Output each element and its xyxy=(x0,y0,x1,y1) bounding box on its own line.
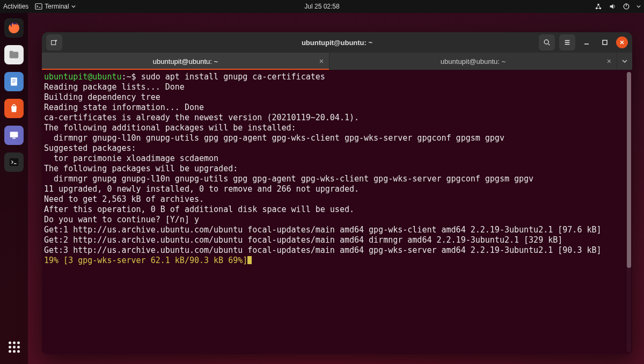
download-progress: 19% [3 gpg-wks-server 62.1 kB/90.3 kB 69… xyxy=(44,256,247,265)
minimize-icon xyxy=(583,39,590,46)
window-titlebar: ubuntupit@ubuntu: ~ xyxy=(42,32,632,53)
dock-settings[interactable] xyxy=(4,126,24,145)
term-line: The following additional packages will b… xyxy=(44,123,296,133)
shopping-bag-icon xyxy=(9,103,19,114)
gnome-topbar: Activities Terminal Jul 25 02:58 xyxy=(0,0,644,13)
tab-label: ubuntupit@ubuntu: ~ xyxy=(153,57,218,65)
scrollbar-thumb[interactable] xyxy=(627,72,631,268)
svg-line-16 xyxy=(548,44,550,46)
term-line: dirmngr gnupg gnupg-l10n gnupg-utils gpg… xyxy=(44,174,533,184)
svg-rect-18 xyxy=(603,40,607,45)
prompt-sep: $ xyxy=(131,72,141,82)
svg-rect-12 xyxy=(12,138,16,139)
terminal-tab-2[interactable]: ubuntupit@ubuntu: ~ × xyxy=(330,53,617,70)
tab-close-button[interactable]: × xyxy=(319,57,324,65)
svg-point-15 xyxy=(544,40,548,44)
maximize-icon xyxy=(602,39,608,46)
svg-rect-0 xyxy=(35,4,42,10)
svg-rect-14 xyxy=(52,41,56,45)
window-title: ubuntupit@ubuntu: ~ xyxy=(302,39,372,47)
close-icon xyxy=(619,40,625,45)
new-tab-button[interactable] xyxy=(46,34,62,50)
prompt-command: sudo apt install gnupg ca-certificates xyxy=(141,72,325,82)
dock-files[interactable] xyxy=(4,45,24,64)
power-icon[interactable] xyxy=(623,3,630,10)
search-icon xyxy=(543,39,551,46)
dock-firefox[interactable] xyxy=(4,18,24,38)
term-line: Get:2 http://us.archive.ubuntu.com/ubunt… xyxy=(44,235,562,245)
hamburger-menu-button[interactable] xyxy=(559,34,575,50)
terminal-icon xyxy=(35,3,42,10)
minimize-button[interactable] xyxy=(580,34,594,50)
grid-icon xyxy=(9,341,20,353)
terminal-icon xyxy=(8,156,20,168)
chevron-down-icon[interactable] xyxy=(636,4,641,9)
term-line: Reading package lists... Done xyxy=(44,82,185,92)
display-icon xyxy=(8,129,20,141)
term-line: Do you want to continue? [Y/n] y xyxy=(44,215,199,224)
prompt-userhost: ubuntupit@ubuntu xyxy=(44,72,122,82)
activities-button[interactable]: Activities xyxy=(3,3,28,10)
term-line: tor parcimonie xloadimage scdaemon xyxy=(44,154,218,163)
dock xyxy=(0,13,28,364)
terminal-scrollbar[interactable] xyxy=(627,72,631,352)
clock[interactable]: Jul 25 02:58 xyxy=(304,3,339,10)
folder-icon xyxy=(8,49,20,61)
dock-terminal[interactable] xyxy=(4,152,24,172)
term-line: ca-certificates is already the newest ve… xyxy=(44,113,359,122)
term-line: Building dependency tree xyxy=(44,92,160,102)
term-line: Get:1 http://us.archive.ubuntu.com/ubunt… xyxy=(44,225,602,235)
document-icon xyxy=(9,76,19,87)
term-line: The following packages will be upgraded: xyxy=(44,164,238,173)
app-menu[interactable]: Terminal xyxy=(35,3,75,10)
svg-rect-13 xyxy=(10,158,19,166)
term-line: 11 upgraded, 0 newly installed, 0 to rem… xyxy=(44,184,359,194)
hamburger-icon xyxy=(564,39,571,46)
prompt-path: :~ xyxy=(122,72,131,82)
new-tab-icon xyxy=(50,39,58,46)
tab-close-button[interactable]: × xyxy=(607,57,611,65)
close-button[interactable] xyxy=(616,37,628,48)
term-line: dirmngr gnupg-l10n gnupg-utils gpg gpg-a… xyxy=(44,133,504,143)
term-line: Get:3 http://us.archive.ubuntu.com/ubunt… xyxy=(44,245,602,255)
term-line: Reading state information... Done xyxy=(44,103,204,112)
tabs-dropdown-button[interactable] xyxy=(617,53,632,70)
cursor xyxy=(247,256,252,264)
svg-rect-7 xyxy=(11,78,17,86)
svg-rect-11 xyxy=(10,132,18,137)
dock-software[interactable] xyxy=(4,99,24,118)
term-line: Suggested packages: xyxy=(44,143,136,153)
chevron-down-icon xyxy=(622,59,627,64)
network-icon[interactable] xyxy=(595,3,602,10)
tab-label: ubuntupit@ubuntu: ~ xyxy=(441,57,506,65)
maximize-button[interactable] xyxy=(598,34,612,50)
terminal-tab-1[interactable]: ubuntupit@ubuntu: ~ × xyxy=(42,53,330,70)
app-menu-label: Terminal xyxy=(45,3,69,10)
firefox-icon xyxy=(8,21,20,34)
search-button[interactable] xyxy=(539,34,555,50)
volume-icon[interactable] xyxy=(609,3,616,10)
terminal-tabbar: ubuntupit@ubuntu: ~ × ubuntupit@ubuntu: … xyxy=(42,53,632,70)
term-line: Need to get 2,563 kB of archives. xyxy=(44,194,204,204)
terminal-body[interactable]: ubuntupit@ubuntu:~$ sudo apt install gnu… xyxy=(42,70,632,354)
terminal-window: ubuntupit@ubuntu: ~ ubuntupit@ubuntu: ~ … xyxy=(42,32,632,354)
show-applications-button[interactable] xyxy=(4,337,24,356)
term-line: After this operation, 0 B of additional … xyxy=(44,205,354,214)
dock-writer[interactable] xyxy=(4,72,24,91)
chevron-down-icon xyxy=(71,4,76,9)
